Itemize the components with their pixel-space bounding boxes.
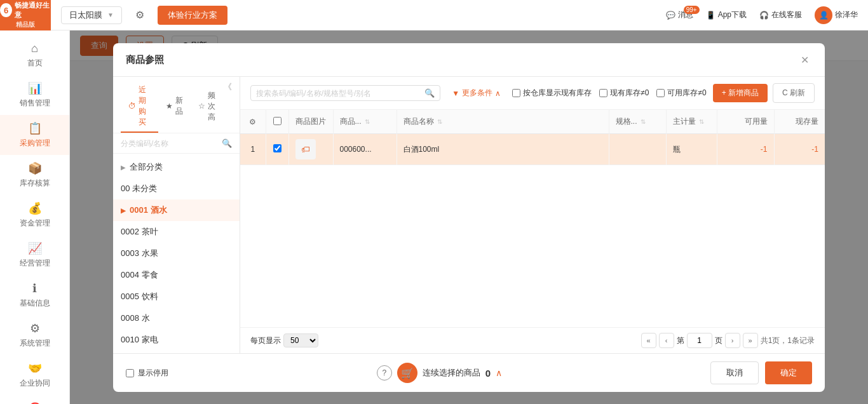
show-disabled-checkbox[interactable] xyxy=(126,369,134,377)
cancel-button[interactable]: 取消 xyxy=(710,361,759,384)
product-search-input[interactable] xyxy=(256,89,421,98)
th-code[interactable]: 商品... ⇅ xyxy=(333,110,397,134)
th-settings[interactable]: ⚙ xyxy=(240,110,266,134)
product-table-body: 1 🏷 xyxy=(240,134,825,165)
check-by-warehouse[interactable]: 按仓库显示现有库存 xyxy=(512,88,592,98)
th-unit[interactable]: 主计量 ⇅ xyxy=(666,110,717,134)
sidebar-label-sales: 销售管理 xyxy=(20,98,50,109)
modal-close-button[interactable]: ✕ xyxy=(797,52,812,67)
product-search-icon[interactable]: 🔍 xyxy=(424,88,435,98)
sidebar-label-finance: 资金管理 xyxy=(20,218,50,229)
category-search-input[interactable] xyxy=(121,139,218,148)
sidebar-item-finance[interactable]: 💰 资金管理 xyxy=(0,195,69,235)
checkbox-stock-nonzero[interactable] xyxy=(599,89,607,97)
username: 徐泽华 xyxy=(835,10,858,20)
trial-button[interactable]: 体验行业方案 xyxy=(158,6,227,25)
navbar-right: 💬 消息 99+ 📱 App下载 🎧 在线客服 👤 徐泽华 xyxy=(666,6,858,24)
first-page-button[interactable]: « xyxy=(641,333,656,348)
avatar-icon: 👤 xyxy=(819,11,829,20)
category-unclassified[interactable]: 00 未分类 xyxy=(113,178,240,199)
product-table: ⚙ 商品图片 商品... ⇅ xyxy=(240,110,825,165)
sidebar-item-guide[interactable]: 🎯 新手引导 xyxy=(0,395,69,404)
category-appliances[interactable]: 0010 家电 xyxy=(113,329,240,351)
sidebar-item-collab[interactable]: 🤝 企业协同 xyxy=(0,355,69,395)
th-name[interactable]: 商品名称 ⇅ xyxy=(397,110,609,134)
tab-new-products[interactable]: ★ 新品 xyxy=(158,81,191,133)
refresh-button[interactable]: C 刷新 xyxy=(773,83,815,103)
finance-icon: 💰 xyxy=(28,201,42,215)
app-download-item[interactable]: 📱 App下载 xyxy=(706,10,747,20)
category-snacks-label: 0004 零食 xyxy=(121,269,158,281)
sidebar-item-home[interactable]: ⌂ 首页 xyxy=(0,36,69,75)
category-panel: ⏱ 近期购买 ★ 新品 ☆ 频次高 《 xyxy=(113,77,240,353)
sidebar-item-basic[interactable]: ℹ 基础信息 xyxy=(0,275,69,315)
cart-collapse-icon[interactable]: ∧ xyxy=(496,368,502,378)
check-stock-nonzero[interactable]: 现有库存≠0 xyxy=(599,88,649,98)
sidebar-item-business[interactable]: 📈 经营管理 xyxy=(0,235,69,275)
sidebar-item-system[interactable]: ⚙ 系统管理 xyxy=(0,315,69,355)
category-snacks[interactable]: 0004 零食 xyxy=(113,264,240,286)
check-avail-nonzero[interactable]: 可用库存≠0 xyxy=(656,88,706,98)
select-all-checkbox[interactable] xyxy=(273,117,281,125)
row-checkbox[interactable] xyxy=(273,144,281,152)
sidebar-item-sales[interactable]: 📊 销售管理 xyxy=(0,75,69,115)
sidebar-item-inventory[interactable]: 📦 库存核算 xyxy=(0,155,69,195)
cart-icon[interactable]: 🛒 xyxy=(397,363,417,383)
product-panel: 🔍 ▼ 更多条件 ∧ 按仓库显示现有库存 xyxy=(240,77,825,353)
messages-item[interactable]: 💬 消息 99+ xyxy=(666,10,693,20)
cart-info: ? 🛒 连续选择的商品 0 ∧ xyxy=(377,363,502,383)
check-stock-label: 现有库存≠0 xyxy=(610,88,649,98)
td-unit: 瓶 xyxy=(666,134,717,165)
store-name: 日太阳膜 xyxy=(69,10,102,21)
th-spec[interactable]: 规格... ⇅ xyxy=(609,110,666,134)
td-spec xyxy=(609,134,666,165)
sidebar-item-purchase[interactable]: 📋 采购管理 xyxy=(0,115,69,155)
th-code-label: 商品... xyxy=(340,117,362,126)
tab-new-label: 新品 xyxy=(175,95,183,117)
modal-header: 商品参照 ✕ xyxy=(113,43,825,77)
category-all[interactable]: ▶ 全部分类 xyxy=(113,156,240,178)
sort-code-icon: ⇅ xyxy=(365,118,370,125)
next-page-button[interactable]: › xyxy=(725,333,740,348)
prev-page-button[interactable]: ‹ xyxy=(659,333,674,348)
th-checkbox xyxy=(266,110,288,134)
td-checkbox[interactable] xyxy=(266,134,288,165)
category-drinks[interactable]: 0005 饮料 xyxy=(113,286,240,307)
td-code: 000600... xyxy=(333,134,397,165)
liquor-arrow-icon: ▶ xyxy=(121,207,126,214)
confirm-button[interactable]: 确定 xyxy=(765,361,812,384)
category-tea[interactable]: 0002 茶叶 xyxy=(113,221,240,243)
tab-recent-purchase[interactable]: ⏱ 近期购买 xyxy=(121,81,158,133)
app-logo: 6 畅捷通好生意 精品版 xyxy=(0,0,51,30)
sidebar-label-business: 经营管理 xyxy=(20,258,50,269)
online-service-item[interactable]: 🎧 在线客服 xyxy=(759,10,802,20)
category-water[interactable]: 0008 水 xyxy=(113,307,240,329)
settings-icon[interactable]: ⚙ xyxy=(130,5,150,25)
category-search-icon[interactable]: 🔍 xyxy=(222,138,232,148)
user-item[interactable]: 👤 徐泽华 xyxy=(815,6,858,24)
sidebar-label-collab: 企业协同 xyxy=(20,378,50,389)
filter-more-label: 更多条件 xyxy=(462,88,492,98)
page-size-select[interactable]: 50 100 200 xyxy=(283,333,318,347)
category-liquor[interactable]: ▶ 0001 酒水 xyxy=(113,199,240,221)
help-icon[interactable]: ? xyxy=(377,365,392,380)
th-stock: 现存量 xyxy=(774,110,825,134)
checkbox-by-warehouse[interactable] xyxy=(512,89,520,97)
business-icon: 📈 xyxy=(28,241,42,255)
last-page-button[interactable]: » xyxy=(743,333,758,348)
category-collapse-button[interactable]: 《 xyxy=(224,81,232,93)
page-size-selector: 每页显示 50 100 200 xyxy=(250,333,318,347)
add-product-button[interactable]: + 新增商品 xyxy=(713,84,768,102)
page-size-label: 每页显示 xyxy=(250,335,281,346)
category-tabs: ⏱ 近期购买 ★ 新品 ☆ 频次高 《 xyxy=(113,77,240,133)
store-selector[interactable]: 日太阳膜 ▼ xyxy=(61,6,122,24)
table-row[interactable]: 1 🏷 xyxy=(240,134,825,165)
page-number-input[interactable] xyxy=(687,333,712,348)
th-spec-label: 规格... xyxy=(616,117,637,126)
show-disabled-label: 显示停用 xyxy=(138,368,168,379)
show-disabled-check[interactable]: 显示停用 xyxy=(126,368,168,379)
category-fruit[interactable]: 0003 水果 xyxy=(113,243,240,264)
tab-frequent[interactable]: ☆ 频次高 xyxy=(191,81,224,133)
checkbox-avail-nonzero[interactable] xyxy=(656,89,665,97)
filter-more-button[interactable]: ▼ 更多条件 ∧ xyxy=(447,85,506,101)
